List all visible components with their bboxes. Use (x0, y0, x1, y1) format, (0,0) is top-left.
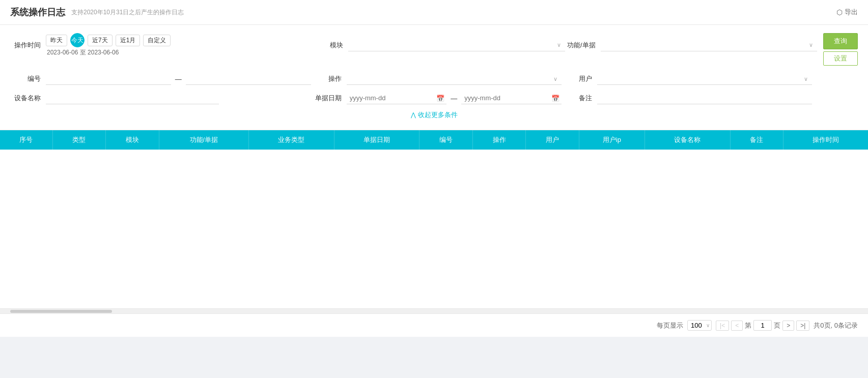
date-to-wrapper: 📅 (461, 92, 562, 104)
pagination-nav: |< < 第 页 > >| (716, 320, 809, 331)
filter-cols-1: 操作时间 昨天 今天 近7天 近1月 自定义 2023-06-06 至 2023… (10, 33, 817, 57)
col-user: 用户 (526, 130, 579, 150)
collapse-label: 收起更多条件 (418, 110, 458, 120)
number-label: 编号 (10, 74, 46, 83)
operation-label: 操作 (311, 74, 347, 83)
collapse-up-icon: ⋀ (411, 111, 416, 119)
number-from-input[interactable] (46, 73, 171, 85)
remark-input[interactable] (597, 92, 812, 104)
module-select[interactable] (348, 39, 565, 51)
time-btn-1month[interactable]: 近1月 (116, 35, 141, 46)
col-optime: 操作时间 (783, 130, 868, 150)
date-label: 单据日期 (311, 94, 347, 103)
date-from-input[interactable] (347, 92, 447, 104)
col-number: 编号 (419, 130, 472, 150)
time-btn-7days[interactable]: 近7天 (88, 35, 113, 46)
export-label: 导出 (845, 8, 858, 17)
device-filter-col: 设备名称 (10, 92, 311, 104)
number-filter-col: 编号 — (10, 73, 311, 85)
function-label: 功能/单据 (565, 41, 601, 50)
device-input[interactable] (46, 92, 219, 104)
col-module: 模块 (106, 130, 159, 150)
title-area: 系统操作日志 支持2020年10月31日之后产生的操作日志 (10, 6, 184, 18)
query-button[interactable]: 查询 (823, 33, 858, 49)
function-select[interactable] (601, 39, 817, 51)
time-filter-col: 操作时间 昨天 今天 近7天 近1月 自定义 2023-06-06 至 2023… (10, 33, 313, 57)
user-select[interactable] (597, 73, 812, 85)
date-dash: — (446, 95, 461, 102)
time-range-text: 2023-06-06 至 2023-06-06 (47, 48, 171, 57)
operation-select[interactable] (347, 73, 562, 85)
page-subtitle: 支持2020年10月31日之后产生的操作日志 (71, 8, 184, 17)
per-page-label: 每页显示 (657, 321, 683, 330)
user-filter-col: 用户 (562, 73, 812, 85)
col-ip: 用户ip (579, 130, 645, 150)
main-content: 序号 类型 模块 功能/单据 业务类型 单据日期 编号 操作 用户 用户ip 设… (0, 130, 868, 308)
page-label: 第 (745, 321, 751, 330)
operation-select-wrapper (347, 73, 562, 85)
export-button[interactable]: ⬡ 导出 (836, 8, 858, 17)
time-btn-yesterday[interactable]: 昨天 (46, 35, 67, 46)
per-page-select[interactable]: 100 50 200 (687, 320, 712, 331)
per-page-select-wrapper: 100 50 200 (687, 320, 712, 331)
pagination-section: 每页显示 100 50 200 |< < 第 页 > >| 共0页, 0条记录 (0, 313, 868, 337)
col-device: 设备名称 (645, 130, 730, 150)
prev-page-btn[interactable]: < (731, 321, 743, 331)
col-seq: 序号 (0, 130, 52, 150)
filter-row-1: 操作时间 昨天 今天 近7天 近1月 自定义 2023-06-06 至 2023… (10, 33, 858, 66)
remark-label: 备注 (562, 94, 597, 103)
time-label: 操作时间 (10, 41, 46, 50)
calendar-from-icon: 📅 (436, 95, 444, 102)
data-table: 序号 类型 模块 功能/单据 业务类型 单据日期 编号 操作 用户 用户ip 设… (0, 130, 868, 150)
function-filter-col: 功能/单据 (565, 33, 817, 57)
calendar-to-icon: 📅 (551, 95, 559, 102)
number-to-input[interactable] (186, 73, 311, 85)
filter-row-2: 编号 — 操作 用户 (10, 73, 858, 85)
col-biztype: 业务类型 (249, 130, 334, 150)
col-function: 功能/单据 (159, 130, 248, 150)
filter-row-3: 设备名称 单据日期 📅 — 📅 备注 (10, 92, 858, 104)
collapse-button[interactable]: ⋀ 收起更多条件 (405, 108, 464, 122)
module-select-wrapper (348, 39, 565, 51)
last-page-btn[interactable]: >| (796, 321, 809, 331)
next-page-btn[interactable]: > (782, 321, 794, 331)
table-header-row: 序号 类型 模块 功能/单据 业务类型 单据日期 编号 操作 用户 用户ip 设… (0, 130, 868, 150)
col-remark: 备注 (730, 130, 783, 150)
function-select-wrapper (601, 39, 817, 51)
user-label: 用户 (562, 74, 597, 83)
col-type: 类型 (52, 130, 105, 150)
user-select-wrapper (597, 73, 812, 85)
time-buttons: 昨天 今天 近7天 近1月 自定义 (46, 33, 171, 47)
total-info: 共0页, 0条记录 (814, 321, 858, 330)
horizontal-scrollbar[interactable] (0, 308, 868, 313)
time-btn-custom[interactable]: 自定义 (143, 35, 171, 46)
operation-filter-col: 操作 (311, 73, 562, 85)
page-suffix: 页 (774, 321, 780, 330)
collapse-row: ⋀ 收起更多条件 (10, 108, 858, 122)
remark-filter-col: 备注 (562, 92, 812, 104)
date-filter-col: 单据日期 📅 — 📅 (311, 92, 562, 104)
date-to-input[interactable] (461, 92, 562, 104)
number-dash: — (171, 75, 186, 83)
time-btn-today[interactable]: 今天 (70, 33, 85, 47)
device-label: 设备名称 (10, 94, 46, 103)
scrollbar-thumb[interactable] (10, 310, 112, 313)
date-from-wrapper: 📅 (347, 92, 447, 104)
page-header: 系统操作日志 支持2020年10月31日之后产生的操作日志 ⬡ 导出 (0, 0, 868, 25)
filter-section: 操作时间 昨天 今天 近7天 近1月 自定义 2023-06-06 至 2023… (0, 25, 868, 130)
page-title: 系统操作日志 (10, 6, 65, 18)
time-filter-content: 昨天 今天 近7天 近1月 自定义 2023-06-06 至 2023-06-0… (46, 33, 171, 57)
export-icon: ⬡ (836, 8, 843, 16)
module-filter-col: 模块 (313, 33, 565, 57)
page-input[interactable] (753, 320, 772, 331)
action-buttons: 查询 设置 (823, 33, 858, 66)
settings-button[interactable]: 设置 (823, 51, 858, 66)
col-operation: 操作 (472, 130, 525, 150)
first-page-btn[interactable]: |< (716, 321, 729, 331)
table-header: 序号 类型 模块 功能/单据 业务类型 单据日期 编号 操作 用户 用户ip 设… (0, 130, 868, 150)
module-label: 模块 (313, 41, 348, 50)
col-date: 单据日期 (334, 130, 419, 150)
